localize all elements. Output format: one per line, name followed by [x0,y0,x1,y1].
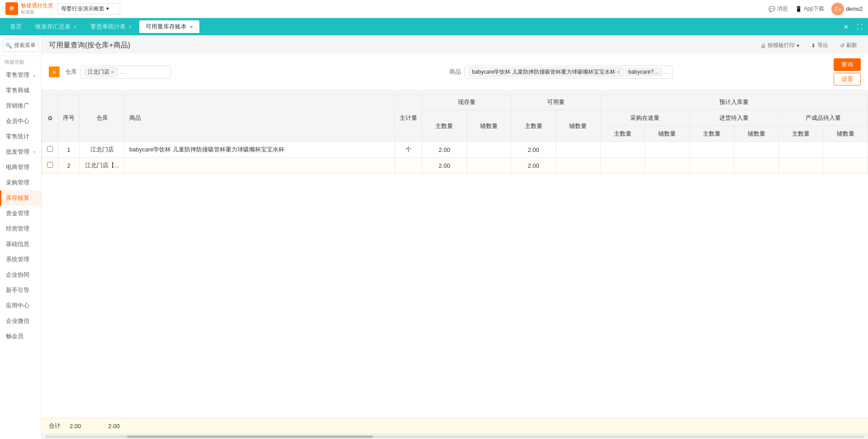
th-fp-aux: 辅数量 [823,126,868,142]
scrollbar-area [42,434,868,439]
sidebar-item-purchase-mgmt-label: 采购管理 [6,179,29,187]
industry-select[interactable]: 母婴行业演示账套 ▾ [57,3,120,14]
sidebar-item-new-guide-label: 新手引导 [6,286,29,294]
row1-unit: 个 [395,142,422,158]
sidebar-item-finance-mgmt-label: 资金管理 [6,209,29,217]
row1-fp-aux [823,142,868,158]
product-tag1-close[interactable]: ✕ [617,70,620,75]
tab-order-stats[interactable]: 要货单统计表 ✕ [84,20,138,33]
row2-product [125,158,395,174]
sidebar-item-new-guide[interactable]: 新手引导 [0,283,41,298]
sidebar-item-enterprise-wechat-label: 企业微信 [6,317,29,325]
refresh-btn[interactable]: ↺ 刷新 [836,40,861,51]
footer-values: 2.00 2.00 [70,423,120,430]
sidebar-item-retail-stats[interactable]: 零售统计 [0,129,41,144]
message-btn[interactable]: 💬 消息 [769,5,788,13]
data-table: ⚙ 序号 仓库 商品 主计量 现存量 可用量 预计入库量 主数量 辅数量 主数量… [42,94,868,174]
filter-toggle-btn[interactable]: » [49,66,60,77]
sidebar-item-ops-mgmt[interactable]: 经营管理 [0,221,41,236]
setting-btn[interactable]: 设置 [834,73,861,85]
export-btn[interactable]: ⬇ 导出 [807,40,832,51]
row2-checkbox[interactable] [42,158,58,174]
sidebar-item-inventory-mgmt[interactable]: 库存核算 [0,190,41,206]
warehouse-input[interactable]: 江北门店 ✕ ... [80,66,171,79]
sidebar-item-basic-info-label: 基础信息 [6,240,29,248]
row1-avail-aux [556,142,600,158]
product-input[interactable]: babycare学饮杯 儿童防摔防撞吸管杯重力球吸嘴杯宝宝水杯 ✕ babyca… [465,66,673,79]
sidebar-item-enterprise-wechat[interactable]: 企业微信 [0,313,41,329]
row2-ip-aux [734,158,779,174]
tab-receipt-summary-close[interactable]: ✕ [73,24,77,29]
row1-checkbox[interactable] [42,142,58,158]
warehouse-more[interactable]: ... [119,69,124,75]
sidebar-item-sys-mgmt[interactable]: 系统管理 [0,252,41,267]
expand-icon-retail-mgmt: ▲ [32,73,37,78]
sidebar-item-basic-info[interactable]: 基础信息 [0,236,41,252]
sidebar-search-label: 搜索菜单 [14,42,36,49]
row2-check[interactable] [47,162,53,168]
sidebar-item-app-center[interactable]: 应用中心 [0,298,41,313]
tab-order-stats-close[interactable]: ✕ [128,24,132,29]
sidebar-item-finance-mgmt[interactable]: 资金管理 [0,206,41,221]
sidebar-item-member-center[interactable]: 会员中心 [0,113,41,129]
warehouse-tag-close[interactable]: ✕ [111,70,114,75]
print-label: 按模板打印 [768,42,795,49]
row1-ip-main [689,142,734,158]
top-bar-left: 好 畅捷通好生意 标准版 母婴行业演示账套 ▾ [5,2,120,15]
tab-bar: 首页 收发存汇总表 ✕ 要货单统计表 ✕ 可用量库存账本 ✕ ✕ ⛶ [0,18,868,35]
row1-check[interactable] [47,146,53,152]
th-settings[interactable]: ⚙ [42,94,58,142]
row1-warehouse: 江北门店 [80,142,125,158]
warehouse-label: 仓库 [65,68,77,76]
sidebar-item-ecommerce-mgmt[interactable]: 电商管理 [0,160,41,175]
row1-num: 1 [58,142,80,158]
sidebar-item-enterprise-collab[interactable]: 企业协同 [0,267,41,283]
sidebar: 🔍 搜索菜单 快捷导航 零售管理 ▲ 零售商城 营销推广 会员中心 零售统计 批… [0,35,42,439]
row1-stock-aux [467,142,511,158]
page-actions: 🖨 按模板打印 ▾ ⬇ 导出 ↺ 刷新 [757,40,861,51]
app-icon: 📱 [795,6,802,12]
row2-stock-aux [467,158,511,174]
user-area[interactable]: Ea demo2 [831,3,863,15]
sidebar-item-retail-mall-label: 零售商城 [6,86,29,94]
product-tag2-value: babycare?… [628,69,659,75]
row2-avail-main: 2.00 [511,158,556,174]
th-stock-aux: 辅数量 [467,110,511,142]
query-btn[interactable]: 查询 [834,58,861,71]
sidebar-search-area: 🔍 搜索菜单 [0,35,41,56]
tab-available-stock-close[interactable]: ✕ [189,24,193,29]
sidebar-item-purchase-mgmt[interactable]: 采购管理 [0,175,41,190]
th-pt-main: 主数量 [600,126,645,142]
th-stock-main: 主数量 [422,110,467,142]
sidebar-item-member-benefits[interactable]: 畅会员 [0,329,41,344]
tab-available-stock[interactable]: 可用量库存账本 ✕ [139,20,199,33]
product-label: 商品 [449,68,461,76]
tab-home[interactable]: 首页 [4,20,28,33]
sidebar-item-retail-stats-label: 零售统计 [6,132,29,141]
sidebar-item-inventory-mgmt-label: 库存核算 [6,194,29,202]
sidebar-search-btn[interactable]: 🔍 搜索菜单 [3,39,38,52]
tab-close-all-btn[interactable]: ✕ [841,22,851,32]
product-more[interactable]: ... [664,69,669,75]
tab-fullscreen-btn[interactable]: ⛶ [854,22,864,32]
sidebar-item-retail-mgmt[interactable]: 零售管理 ▲ [0,67,41,83]
print-template-btn[interactable]: 🖨 按模板打印 ▾ [757,40,803,51]
app-download-btn[interactable]: 📱 App下载 [795,5,824,13]
scrollbar-track[interactable] [45,435,864,438]
top-bar-right: 💬 消息 📱 App下载 Ea demo2 [769,3,863,15]
page-header: 可用量查询(按仓库+商品) 🖨 按模板打印 ▾ ⬇ 导出 ↺ 刷新 [42,35,868,54]
tab-receipt-summary[interactable]: 收发存汇总表 ✕ [29,20,83,33]
summary-stock-main: 2.00 [70,423,81,430]
row2-ip-main [689,158,734,174]
scrollbar-thumb[interactable] [127,435,373,438]
th-product: 商品 [125,94,395,142]
row2-fp-main [778,158,823,174]
export-icon: ⬇ [811,42,816,49]
logo-icon: 好 [5,2,18,15]
sidebar-item-marketing[interactable]: 营销推广 [0,98,41,113]
sidebar-item-wholesale-mgmt[interactable]: 批发管理 ▼ [0,144,41,160]
filter-product-group: 商品 babycare学饮杯 儿童防摔防撞吸管杯重力球吸嘴杯宝宝水杯 ✕ bab… [449,66,828,79]
th-stock: 现存量 [422,94,511,110]
avatar: Ea [831,3,844,15]
sidebar-item-retail-mall[interactable]: 零售商城 [0,83,41,98]
